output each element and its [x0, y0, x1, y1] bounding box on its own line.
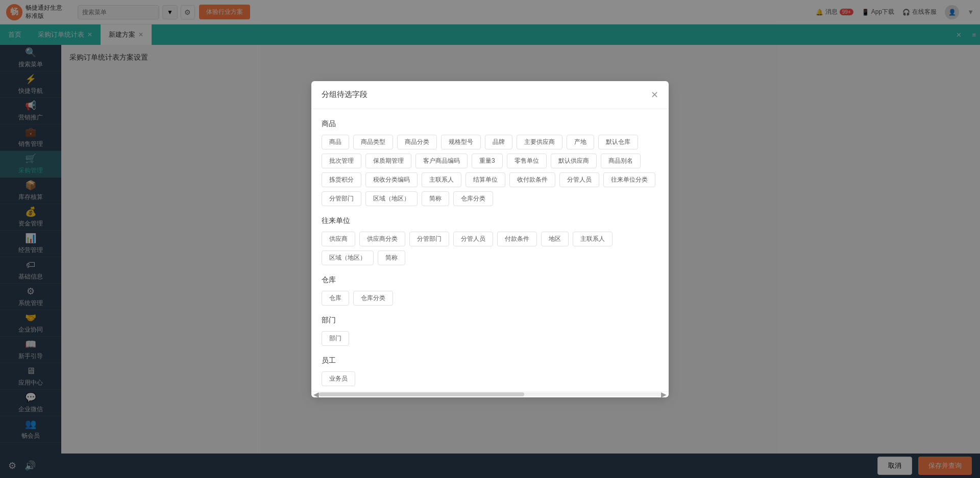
modal-body[interactable]: 商品商品商品类型商品分类规格型号品牌主要供应商产地默认仓库批次管理保质期管理客户… [311, 109, 669, 391]
section-title-0: 商品 [322, 119, 658, 129]
field-tag-0-23[interactable]: 区域（地区） [365, 191, 418, 206]
hscroll-left-arrow[interactable]: ◀ [313, 390, 319, 398]
field-tag-0-5[interactable]: 主要供应商 [517, 135, 562, 149]
hscroll-track[interactable] [319, 392, 661, 396]
field-tag-1-8[interactable]: 简称 [378, 250, 405, 265]
field-tag-0-21[interactable]: 往来单位分类 [603, 172, 655, 187]
field-tag-0-20[interactable]: 分管人员 [559, 172, 599, 187]
hscroll-right-arrow[interactable]: ▶ [661, 390, 667, 398]
modal-title: 分组待选字段 [322, 90, 368, 99]
field-tag-1-5[interactable]: 地区 [541, 232, 569, 246]
field-tag-2-0[interactable]: 仓库 [322, 291, 349, 306]
field-tag-0-12[interactable]: 零售单位 [507, 154, 547, 168]
field-tag-0-19[interactable]: 收付款条件 [509, 172, 555, 187]
tag-group-3: 部门 [322, 331, 658, 346]
field-tag-4-0[interactable]: 业务员 [322, 371, 355, 386]
field-tag-0-11[interactable]: 重量3 [472, 154, 503, 168]
section-title-1: 往来单位 [322, 216, 658, 225]
field-tag-0-3[interactable]: 规格型号 [441, 135, 481, 149]
field-tag-0-9[interactable]: 保质期管理 [365, 154, 411, 168]
modal-horizontal-scrollbar[interactable]: ◀ ▶ [311, 391, 669, 397]
field-tag-0-8[interactable]: 批次管理 [322, 154, 361, 168]
modal-header: 分组待选字段 ✕ [311, 81, 669, 109]
field-tag-1-7[interactable]: 区域（地区） [322, 250, 374, 265]
modal-overlay: 分组待选字段 ✕ 商品商品商品类型商品分类规格型号品牌主要供应商产地默认仓库批次… [0, 0, 980, 478]
field-tag-3-0[interactable]: 部门 [322, 331, 349, 346]
field-tag-0-4[interactable]: 品牌 [485, 135, 512, 149]
field-tag-0-22[interactable]: 分管部门 [322, 191, 361, 206]
field-tag-1-6[interactable]: 主联系人 [573, 232, 612, 246]
tag-group-0: 商品商品类型商品分类规格型号品牌主要供应商产地默认仓库批次管理保质期管理客户商品… [322, 135, 658, 206]
field-tag-1-0[interactable]: 供应商 [322, 232, 355, 246]
field-tag-1-3[interactable]: 分管人员 [453, 232, 493, 246]
tag-group-2: 仓库仓库分类 [322, 291, 658, 306]
field-tag-1-2[interactable]: 分管部门 [409, 232, 449, 246]
section-title-3: 部门 [322, 316, 658, 325]
field-tag-0-1[interactable]: 商品类型 [353, 135, 393, 149]
field-tag-0-7[interactable]: 默认仓库 [598, 135, 638, 149]
section-title-2: 仓库 [322, 275, 658, 285]
field-tag-0-14[interactable]: 商品别名 [601, 154, 641, 168]
tag-group-4: 业务员 [322, 371, 658, 386]
field-tag-0-15[interactable]: 拣货积分 [322, 172, 361, 187]
tag-group-1: 供应商供应商分类分管部门分管人员付款条件地区主联系人区域（地区）简称 [322, 232, 658, 265]
field-tag-0-25[interactable]: 仓库分类 [453, 191, 493, 206]
field-tag-0-6[interactable]: 产地 [567, 135, 594, 149]
field-tag-0-2[interactable]: 商品分类 [397, 135, 437, 149]
field-tag-0-18[interactable]: 结算单位 [465, 172, 505, 187]
field-tag-0-0[interactable]: 商品 [322, 135, 349, 149]
field-tag-0-10[interactable]: 客户商品编码 [415, 154, 468, 168]
field-tag-1-4[interactable]: 付款条件 [497, 232, 537, 246]
hscroll-thumb [319, 392, 524, 396]
modal-close-button[interactable]: ✕ [651, 89, 658, 100]
field-tag-0-13[interactable]: 默认供应商 [551, 154, 597, 168]
modal: 分组待选字段 ✕ 商品商品商品类型商品分类规格型号品牌主要供应商产地默认仓库批次… [311, 81, 669, 397]
field-tag-0-24[interactable]: 简称 [422, 191, 449, 206]
field-tag-1-1[interactable]: 供应商分类 [359, 232, 405, 246]
field-tag-0-16[interactable]: 税收分类编码 [365, 172, 418, 187]
field-tag-0-17[interactable]: 主联系人 [422, 172, 461, 187]
section-title-4: 员工 [322, 356, 658, 365]
field-tag-2-1[interactable]: 仓库分类 [353, 291, 393, 306]
